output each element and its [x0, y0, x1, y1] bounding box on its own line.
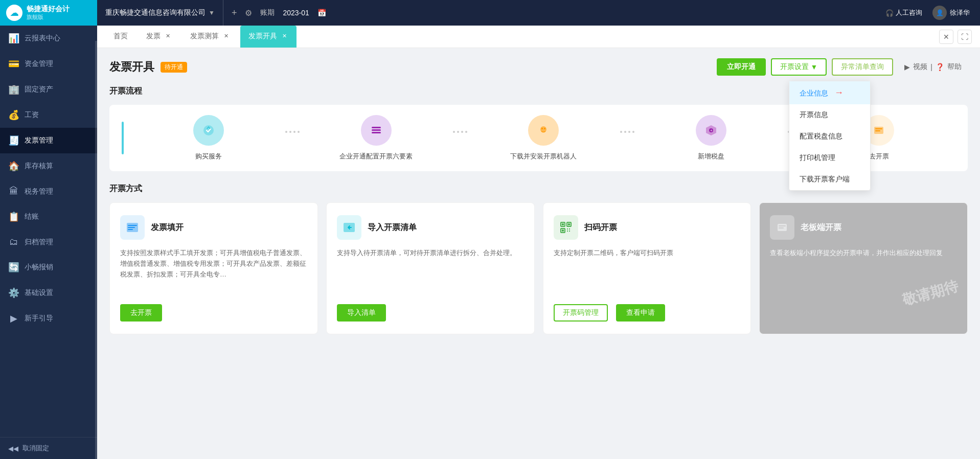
- dropdown-item-tax-disk[interactable]: 配置税盘信息: [789, 126, 870, 147]
- flow-icon-tax-disk: +: [696, 115, 726, 146]
- exception-btn[interactable]: 异常清单查询: [832, 58, 893, 76]
- svg-rect-16: [128, 229, 133, 230]
- settings-sidebar-icon: ⚙️: [8, 287, 19, 299]
- calendar-icon[interactable]: 📅: [317, 9, 326, 17]
- method-boss-icon: [770, 215, 794, 240]
- sidebar-item-payroll[interactable]: 💰 工资: [0, 102, 97, 128]
- sidebar-item-settings[interactable]: ⚙️ 基础设置: [0, 280, 97, 306]
- sidebar-item-guide[interactable]: ▶ 新手引导: [0, 306, 97, 331]
- svg-text:+: +: [710, 128, 713, 133]
- sidebar-pin-label: 取消固定: [22, 444, 49, 453]
- sidebar-item-settings-label: 基础设置: [25, 288, 53, 297]
- logo-icon: ☁: [6, 5, 22, 21]
- dropdown-item-invoice-info[interactable]: 开票信息: [789, 104, 870, 126]
- tab-invoice-tool-label: 发票开具: [248, 32, 277, 41]
- logo-area: ☁ 畅捷通好会计 旗舰版: [0, 0, 97, 26]
- user-area[interactable]: 👤 徐泽华: [932, 6, 970, 20]
- dropdown-item-printer[interactable]: 打印机管理: [789, 147, 870, 169]
- method-scan-desc: 支持定制开票二维码，客户端可扫码开票: [554, 248, 741, 294]
- svg-rect-12: [875, 130, 880, 131]
- sidebar-item-inventory[interactable]: 🏠 库存核算: [0, 153, 97, 179]
- settings-icon[interactable]: ⚙: [245, 8, 252, 18]
- page-title-area: 发票开具 待开通: [109, 59, 187, 75]
- tab-invoice[interactable]: 发票 ✕: [138, 26, 180, 48]
- sidebar-item-settle[interactable]: 📋 结账: [0, 204, 97, 230]
- svg-rect-6: [544, 128, 545, 129]
- svg-rect-23: [562, 230, 564, 232]
- sidebar-item-fund-label: 资金管理: [25, 59, 53, 68]
- tab-bar: 首页 发票 ✕ 发票测算 ✕ 发票开具 ✕ ✕ ⛶: [97, 26, 980, 48]
- method-boss-header: 老板端开票: [770, 215, 957, 240]
- sidebar-item-cloud-report[interactable]: 📊 云报表中心: [0, 26, 97, 51]
- user-avatar: 👤: [932, 6, 947, 20]
- flow-step-3: 下载并安装开票机器人: [467, 115, 621, 161]
- flow-dots-2: [453, 131, 467, 133]
- period-value: 2023-01: [283, 9, 309, 17]
- tab-invoice-calc-label: 发票测算: [190, 32, 219, 41]
- svg-rect-25: [569, 228, 570, 230]
- activate-btn[interactable]: 立即开通: [717, 58, 766, 76]
- qrcode-manage-btn[interactable]: 开票码管理: [554, 304, 608, 322]
- method-card-boss: 老板端开票 查看老板端小程序提交的开票申请，并作出相应的处理回复 敬请期待: [759, 202, 968, 334]
- fill-invoice-btn[interactable]: 去开票: [120, 304, 162, 322]
- flow-step-1: 购买服务: [132, 115, 285, 161]
- method-import-title: 导入开票清单: [368, 222, 417, 233]
- page-title: 发票开具: [109, 59, 154, 75]
- flow-icon-download: [528, 115, 559, 146]
- flow-step-4: + 新增税盘: [634, 115, 788, 161]
- tab-close-btn[interactable]: ✕: [939, 30, 953, 44]
- scan-btns: 开票码管理 查看申请: [554, 304, 741, 322]
- sidebar-item-invoice-label: 发票管理: [25, 136, 53, 145]
- settings-btn-label: 开票设置: [780, 62, 809, 72]
- svg-rect-2: [372, 129, 381, 131]
- sidebar-item-fund[interactable]: 💳 资金管理: [0, 51, 97, 77]
- sidebar-item-invoice[interactable]: 🧾 发票管理: [0, 128, 97, 153]
- sidebar-item-archive[interactable]: 🗂 归档管理: [0, 230, 97, 255]
- sidebar-scroll: 📊 云报表中心 💳 资金管理 🏢 固定资产 💰 工资 🧾 发票管理 🏠: [0, 26, 97, 437]
- company-info-label: 企业信息: [800, 89, 828, 97]
- tab-invoice-close[interactable]: ✕: [164, 32, 172, 40]
- question-icon: ❓: [936, 63, 944, 71]
- tab-invoice-calc-close[interactable]: ✕: [222, 32, 230, 40]
- sidebar-pin-toggle[interactable]: ◀◀ 取消固定: [0, 437, 97, 459]
- method-scan-icon: [554, 215, 578, 240]
- dropdown-item-company-info[interactable]: 企业信息 →: [789, 81, 870, 104]
- dropdown-item-download-client[interactable]: 下载开票客户端: [789, 169, 870, 190]
- company-name: 重庆畅捷交通信息咨询有限公司: [105, 8, 206, 17]
- inventory-icon: 🏠: [8, 160, 19, 172]
- sidebar-item-tax[interactable]: 🏛 税务管理: [0, 179, 97, 204]
- video-help-btn[interactable]: ▶ 视频 | ❓ 帮助: [898, 59, 968, 75]
- tab-invoice-calc[interactable]: 发票测算 ✕: [182, 26, 238, 48]
- svg-rect-22: [568, 223, 570, 225]
- method-fill-title: 发票填开: [151, 222, 184, 233]
- flow-left-bar: [122, 122, 124, 154]
- view-apply-btn[interactable]: 查看申请: [616, 304, 665, 322]
- tab-invoice-tool[interactable]: 发票开具 ✕: [240, 26, 297, 48]
- pin-icon: ◀◀: [8, 445, 18, 452]
- import-list-btn[interactable]: 导入清单: [337, 304, 386, 322]
- invoice-icon: 🧾: [8, 135, 19, 146]
- sidebar-item-report[interactable]: 🔄 小畅报销: [0, 255, 97, 280]
- top-bar: ☁ 畅捷通好会计 旗舰版 重庆畅捷交通信息咨询有限公司 ▼ + ⚙ 账期 202…: [0, 0, 980, 26]
- method-boss-title: 老板端开票: [801, 222, 841, 233]
- tab-expand-btn[interactable]: ⛶: [958, 30, 972, 44]
- divider: |: [930, 63, 932, 71]
- flow-label-5: 去开票: [869, 152, 889, 161]
- add-icon[interactable]: +: [232, 8, 237, 18]
- red-arrow-icon: →: [834, 87, 844, 98]
- company-selector[interactable]: 重庆畅捷交通信息咨询有限公司 ▼: [97, 0, 223, 26]
- tab-invoice-tool-close[interactable]: ✕: [280, 32, 288, 40]
- play-icon: ▶: [904, 63, 910, 71]
- svg-point-4: [540, 126, 546, 132]
- help-consultation-btn[interactable]: 🎧 人工咨询: [885, 8, 922, 17]
- flow-label-3: 下载并安装开票机器人: [510, 152, 577, 161]
- main-layout: 📊 云报表中心 💳 资金管理 🏢 固定资产 💰 工资 🧾 发票管理 🏠: [0, 26, 980, 459]
- settings-btn[interactable]: 开票设置 ▼: [771, 58, 827, 76]
- status-badge: 待开通: [161, 62, 187, 73]
- sidebar-item-fixed-assets[interactable]: 🏢 固定资产: [0, 77, 97, 102]
- tab-home[interactable]: 首页: [105, 26, 136, 48]
- top-right: 🎧 人工咨询 👤 徐泽华: [885, 6, 980, 20]
- headset-icon: 🎧: [885, 9, 894, 17]
- header-actions: 立即开通 开票设置 ▼ 异常清单查询 ▶ 视频 | ❓ 帮助: [717, 58, 968, 76]
- sidebar-item-fixed-assets-label: 固定资产: [25, 85, 53, 94]
